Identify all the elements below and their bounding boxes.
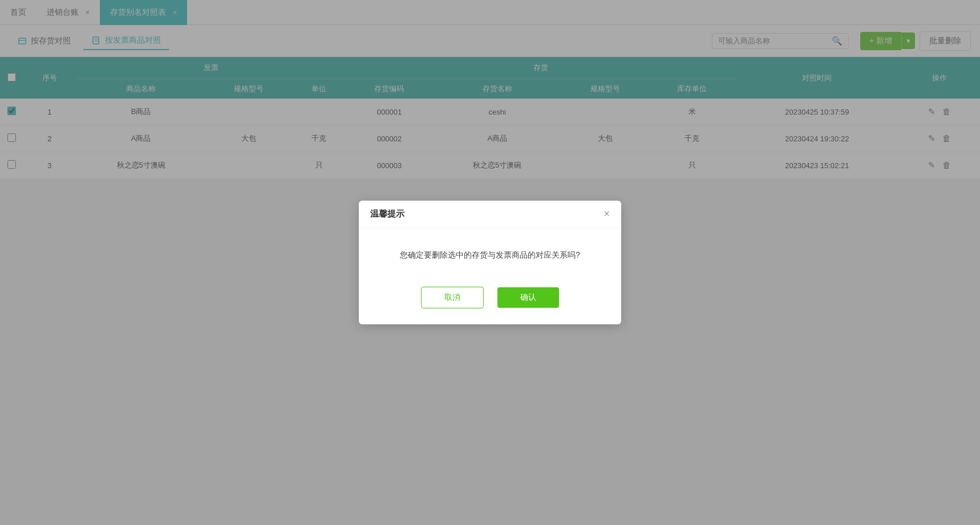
modal-confirm-button[interactable]: 确认 (497, 287, 559, 308)
modal-header: 温馨提示 × (359, 201, 621, 228)
modal-title: 温馨提示 (370, 209, 404, 219)
modal-message: 您确定要删除选中的存货与发票商品的对应关系吗? (400, 250, 580, 259)
modal-close-button[interactable]: × (604, 209, 610, 219)
modal-overlay: 温馨提示 × 您确定要删除选中的存货与发票商品的对应关系吗? 取消 确认 (0, 0, 980, 525)
modal-footer: 取消 确认 (359, 278, 621, 324)
confirm-modal: 温馨提示 × 您确定要删除选中的存货与发票商品的对应关系吗? 取消 确认 (359, 201, 621, 325)
modal-body: 您确定要删除选中的存货与发票商品的对应关系吗? (359, 228, 621, 278)
modal-cancel-button[interactable]: 取消 (421, 287, 484, 308)
